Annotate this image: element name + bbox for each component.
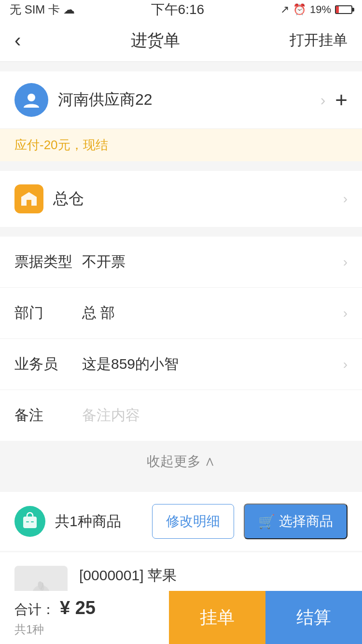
separator-2	[0, 161, 362, 171]
nav-bar: ‹ 进货单 打开挂单	[0, 19, 362, 62]
remark-label: 备注	[14, 406, 82, 425]
page-title: 进货单	[131, 29, 180, 52]
svg-rect-2	[23, 517, 37, 528]
location-icon: ↗	[280, 3, 289, 16]
sales-chevron-icon: ›	[343, 357, 348, 372]
status-left: 无 SIM 卡 ☁	[10, 2, 75, 17]
product-count: 共1种商品	[55, 512, 142, 532]
battery-level: 19%	[310, 3, 331, 16]
footer-total: 合计： ¥ 25 共1种	[0, 598, 169, 637]
status-time: 下午6:16	[151, 0, 205, 19]
warehouse-name: 总仓	[53, 188, 343, 210]
form-section: 票据类型 不开票 › 部门 总 部 › 业务员 这是859的小智 › 备注 备注…	[0, 237, 362, 441]
total-row: 合计： ¥ 25	[14, 598, 154, 619]
supplier-card: 河南供应商22 › + 应付-20元，现结	[0, 71, 362, 161]
remark-row[interactable]: 备注 备注内容	[0, 390, 362, 441]
add-supplier-button[interactable]: +	[335, 89, 348, 111]
svg-rect-4	[31, 521, 34, 522]
invoice-label: 票据类型	[14, 252, 82, 272]
supplier-notice: 应付-20元，现结	[0, 129, 362, 161]
sim-status: 无 SIM 卡 ☁	[10, 2, 75, 17]
remark-input[interactable]: 备注内容	[82, 406, 348, 425]
select-product-label: 选择商品	[279, 512, 333, 531]
collapse-button[interactable]: 收起更多 ∧	[0, 441, 362, 482]
select-product-button[interactable]: 🛒 选择商品	[244, 504, 348, 539]
separator-4	[0, 482, 362, 492]
sales-label: 业务员	[14, 354, 82, 374]
warehouse-icon	[14, 184, 43, 213]
warehouse-row[interactable]: 总仓 ›	[0, 171, 362, 227]
open-pending-button[interactable]: 打开挂单	[290, 30, 348, 50]
product-header: 共1种商品 修改明细 🛒 选择商品	[0, 492, 362, 551]
product-header-icon	[14, 506, 45, 537]
dept-chevron-icon: ›	[343, 306, 348, 321]
dept-label: 部门	[14, 303, 82, 323]
dept-value: 总 部	[82, 303, 343, 323]
svg-rect-1	[27, 200, 31, 206]
total-sub: 共1种	[14, 622, 154, 637]
invoice-chevron-icon: ›	[343, 254, 348, 270]
separator-1	[0, 62, 362, 71]
footer: 合计： ¥ 25 共1种 挂单 结算	[0, 591, 362, 644]
supplier-name: 河南供应商22	[58, 89, 320, 111]
invoice-row[interactable]: 票据类型 不开票 ›	[0, 237, 362, 288]
collapse-label: 收起更多 ∧	[147, 452, 216, 471]
total-label: 合计：	[14, 601, 55, 619]
svg-point-0	[28, 94, 35, 101]
supplier-row[interactable]: 河南供应商22 › +	[0, 71, 362, 129]
warehouse-chevron-icon: ›	[343, 191, 348, 207]
total-amount: ¥ 25	[60, 598, 96, 618]
status-bar: 无 SIM 卡 ☁ 下午6:16 ↗ ⏰ 19%	[0, 0, 362, 19]
product-name: [0000001] 苹果	[79, 566, 323, 586]
select-product-icon: 🛒	[258, 514, 275, 530]
battery-icon	[335, 5, 352, 14]
sales-row[interactable]: 业务员 这是859的小智 ›	[0, 339, 362, 390]
checkout-button[interactable]: 结算	[265, 591, 362, 644]
pending-button[interactable]: 挂单	[169, 591, 265, 644]
product-name-text: 苹果	[148, 567, 177, 583]
dept-row[interactable]: 部门 总 部 ›	[0, 288, 362, 339]
alarm-icon: ⏰	[293, 3, 306, 16]
supplier-avatar	[14, 83, 48, 117]
svg-rect-3	[26, 521, 29, 522]
edit-detail-button[interactable]: 修改明细	[152, 504, 234, 539]
separator-5	[0, 551, 362, 552]
status-right: ↗ ⏰ 19%	[280, 3, 352, 16]
sales-value: 这是859的小智	[82, 354, 343, 374]
supplier-chevron-icon: ›	[320, 91, 326, 109]
invoice-value: 不开票	[82, 252, 343, 272]
product-code: [0000001]	[79, 567, 143, 583]
back-button[interactable]: ‹	[14, 29, 21, 51]
separator-3	[0, 227, 362, 237]
